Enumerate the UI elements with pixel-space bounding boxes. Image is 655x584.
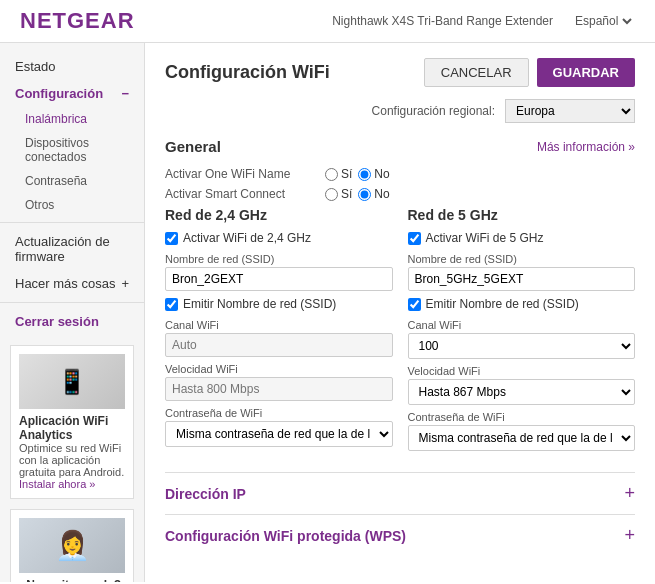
network-5ghz: Red de 5 GHz Activar WiFi de 5 GHz Nombr… bbox=[408, 207, 636, 457]
net5-activate-checkbox[interactable] bbox=[408, 232, 421, 245]
language-select[interactable]: Español English bbox=[571, 13, 635, 29]
smart-connect-no-radio[interactable] bbox=[358, 188, 371, 201]
net5-emit-checkbox[interactable] bbox=[408, 298, 421, 311]
regional-label: Configuración regional: bbox=[372, 104, 495, 118]
net5-canal-label: Canal WiFi bbox=[408, 319, 636, 331]
net5-activate-label: Activar WiFi de 5 GHz bbox=[426, 231, 544, 245]
help-image: 👩‍💼 bbox=[19, 518, 125, 573]
sidebar-configuracion-label: Configuración bbox=[15, 86, 103, 101]
sidebar-sub-otros[interactable]: Otros bbox=[0, 193, 144, 217]
smart-connect-label: Activar Smart Connect bbox=[165, 187, 315, 201]
ip-title: Dirección IP bbox=[165, 486, 246, 502]
sidebar-sub-contrasena[interactable]: Contraseña bbox=[0, 169, 144, 193]
device-name: Nighthawk X4S Tri-Band Range Extender bbox=[332, 14, 553, 28]
promo-link[interactable]: Instalar ahora » bbox=[19, 478, 125, 490]
header-right: Nighthawk X4S Tri-Band Range Extender Es… bbox=[332, 13, 635, 29]
sidebar: Estado Configuración − Inalámbrica Dispo… bbox=[0, 43, 145, 582]
one-wifi-no-radio[interactable] bbox=[358, 168, 371, 181]
sidebar-item-firmware[interactable]: Actualización de firmware bbox=[0, 228, 144, 270]
action-buttons: CANCELAR GUARDAR bbox=[424, 58, 635, 87]
save-button[interactable]: GUARDAR bbox=[537, 58, 635, 87]
sidebar-logout[interactable]: Cerrar sesión bbox=[0, 308, 144, 335]
regional-row: Configuración regional: Europa América A… bbox=[165, 99, 635, 123]
net24-title: Red de 2,4 GHz bbox=[165, 207, 393, 223]
smart-connect-no-option[interactable]: No bbox=[358, 187, 389, 201]
one-wifi-row: Activar One WiFi Name Sí No bbox=[165, 167, 635, 181]
cancel-button[interactable]: CANCELAR bbox=[424, 58, 529, 87]
help-title: ¿Necesita ayuda? bbox=[19, 578, 125, 582]
net5-speed-select[interactable]: Hasta 867 Mbps bbox=[408, 379, 636, 405]
smart-connect-row: Activar Smart Connect Sí No bbox=[165, 187, 635, 201]
one-wifi-si-label: Sí bbox=[341, 167, 352, 181]
net24-canal-input[interactable] bbox=[165, 333, 393, 357]
smart-connect-radios: Sí No bbox=[325, 187, 390, 201]
promo-icon: 📱 bbox=[57, 368, 87, 396]
promo-description: Optimice su red WiFi con la aplicación g… bbox=[19, 442, 125, 478]
net5-canal-select[interactable]: 100 bbox=[408, 333, 636, 359]
net5-ssid-label: Nombre de red (SSID) bbox=[408, 253, 636, 265]
net24-activate-label: Activar WiFi de 2,4 GHz bbox=[183, 231, 311, 245]
ip-section[interactable]: Dirección IP + bbox=[165, 472, 635, 514]
layout: Estado Configuración − Inalámbrica Dispo… bbox=[0, 43, 655, 582]
more-info-link[interactable]: Más información » bbox=[537, 140, 635, 154]
one-wifi-no-option[interactable]: No bbox=[358, 167, 389, 181]
general-title: General bbox=[165, 138, 221, 155]
one-wifi-si-radio[interactable] bbox=[325, 168, 338, 181]
wps-title: Configuración WiFi protegida (WPS) bbox=[165, 528, 406, 544]
net24-canal-label: Canal WiFi bbox=[165, 319, 393, 331]
net5-speed-label: Velocidad WiFi bbox=[408, 365, 636, 377]
sidebar-sub-dispositivos[interactable]: Dispositivos conectados bbox=[0, 131, 144, 169]
wps-expand-icon: + bbox=[624, 525, 635, 546]
net5-ssid-input[interactable] bbox=[408, 267, 636, 291]
page-title: Configuración WiFi bbox=[165, 62, 330, 83]
net5-title: Red de 5 GHz bbox=[408, 207, 636, 223]
network-24ghz: Red de 2,4 GHz Activar WiFi de 2,4 GHz N… bbox=[165, 207, 393, 457]
net24-activate-row: Activar WiFi de 2,4 GHz bbox=[165, 231, 393, 245]
sidebar-item-hacer[interactable]: Hacer más cosas + bbox=[0, 270, 144, 297]
sidebar-hacer-label: Hacer más cosas bbox=[15, 276, 115, 291]
smart-connect-si-radio[interactable] bbox=[325, 188, 338, 201]
net5-password-select[interactable]: Misma contraseña de red que la de la exi… bbox=[408, 425, 636, 451]
main-content: Configuración WiFi CANCELAR GUARDAR Conf… bbox=[145, 43, 655, 582]
smart-connect-no-label: No bbox=[374, 187, 389, 201]
promo-image: 📱 bbox=[19, 354, 125, 409]
smart-connect-si-label: Sí bbox=[341, 187, 352, 201]
header: NETGEAR Nighthawk X4S Tri-Band Range Ext… bbox=[0, 0, 655, 43]
wps-section[interactable]: Configuración WiFi protegida (WPS) + bbox=[165, 514, 635, 556]
net24-emit-label: Emitir Nombre de red (SSID) bbox=[183, 297, 336, 311]
net24-password-label: Contraseña de WiFi bbox=[165, 407, 393, 419]
ip-expand-icon: + bbox=[624, 483, 635, 504]
sidebar-promo: 📱 Aplicación WiFi Analytics Optimice su … bbox=[10, 345, 134, 499]
collapse-icon: − bbox=[121, 86, 129, 101]
netgear-logo: NETGEAR bbox=[20, 8, 135, 34]
networks-grid: Red de 2,4 GHz Activar WiFi de 2,4 GHz N… bbox=[165, 207, 635, 457]
one-wifi-no-label: No bbox=[374, 167, 389, 181]
sidebar-configuracion-header[interactable]: Configuración − bbox=[0, 80, 144, 107]
net5-emit-row: Emitir Nombre de red (SSID) bbox=[408, 297, 636, 311]
promo-title: Aplicación WiFi Analytics bbox=[19, 414, 125, 442]
net24-speed-input[interactable] bbox=[165, 377, 393, 401]
net24-ssid-input[interactable] bbox=[165, 267, 393, 291]
net24-activate-checkbox[interactable] bbox=[165, 232, 178, 245]
help-icon: 👩‍💼 bbox=[55, 529, 90, 562]
sidebar-help: 👩‍💼 ¿Necesita ayuda? Envíe sus dudas a n… bbox=[10, 509, 134, 582]
sidebar-sub-inalambrica[interactable]: Inalámbrica bbox=[0, 107, 144, 131]
net24-speed-label: Velocidad WiFi bbox=[165, 363, 393, 375]
general-section-header: General Más información » bbox=[165, 138, 635, 157]
one-wifi-label: Activar One WiFi Name bbox=[165, 167, 315, 181]
sidebar-add-icon: + bbox=[121, 276, 129, 291]
net24-emit-checkbox[interactable] bbox=[165, 298, 178, 311]
net5-emit-label: Emitir Nombre de red (SSID) bbox=[426, 297, 579, 311]
page-header: Configuración WiFi CANCELAR GUARDAR bbox=[165, 58, 635, 87]
net5-password-label: Contraseña de WiFi bbox=[408, 411, 636, 423]
sidebar-item-estado[interactable]: Estado bbox=[0, 53, 144, 80]
net24-ssid-label: Nombre de red (SSID) bbox=[165, 253, 393, 265]
regional-select[interactable]: Europa América Asia bbox=[505, 99, 635, 123]
net24-password-select[interactable]: Misma contraseña de red que la de la exi… bbox=[165, 421, 393, 447]
one-wifi-radios: Sí No bbox=[325, 167, 390, 181]
net5-activate-row: Activar WiFi de 5 GHz bbox=[408, 231, 636, 245]
net24-emit-row: Emitir Nombre de red (SSID) bbox=[165, 297, 393, 311]
one-wifi-si-option[interactable]: Sí bbox=[325, 167, 352, 181]
smart-connect-si-option[interactable]: Sí bbox=[325, 187, 352, 201]
